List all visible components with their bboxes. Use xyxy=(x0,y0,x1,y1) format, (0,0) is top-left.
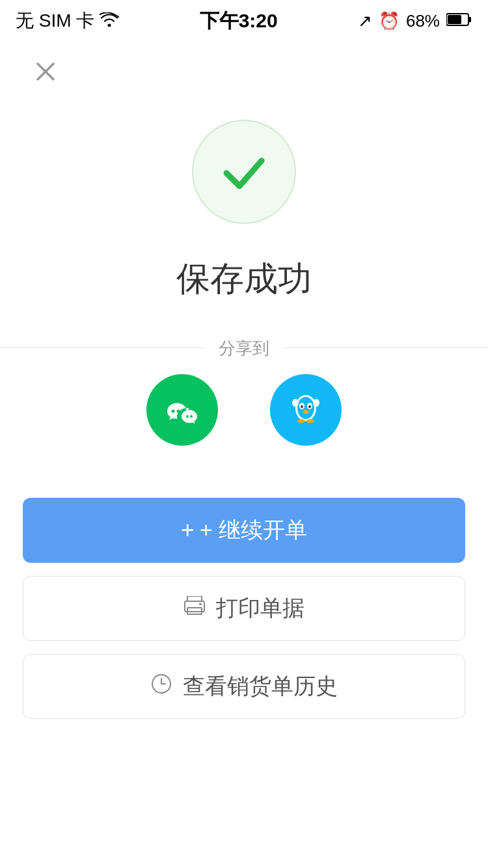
battery-text: 68% xyxy=(406,11,440,31)
plus-icon: + xyxy=(181,517,195,544)
battery-icon xyxy=(446,11,472,31)
success-title: 保存成功 xyxy=(176,256,312,302)
wifi-icon xyxy=(100,10,119,31)
share-section: 分享到 xyxy=(0,347,488,446)
share-icons xyxy=(0,374,488,446)
share-label-wrap: 分享到 xyxy=(206,336,282,359)
svg-point-9 xyxy=(190,415,193,418)
success-icon-circle xyxy=(192,120,296,224)
close-button[interactable] xyxy=(26,52,65,91)
location-icon: ↗ xyxy=(358,11,372,31)
history-icon xyxy=(150,673,172,700)
print-button[interactable]: 打印单据 xyxy=(23,576,465,641)
svg-point-8 xyxy=(186,415,189,418)
svg-point-14 xyxy=(301,405,303,408)
share-divider: 分享到 xyxy=(0,347,488,348)
print-label: 打印单据 xyxy=(216,593,305,623)
share-label: 分享到 xyxy=(219,338,269,357)
status-right: ↗ ⏰ 68% xyxy=(358,11,472,31)
continue-order-button[interactable]: + + 继续开单 xyxy=(23,498,465,563)
svg-rect-2 xyxy=(448,15,461,24)
svg-point-15 xyxy=(308,405,311,408)
history-button[interactable]: 查看销货单历史 xyxy=(23,654,465,719)
svg-point-19 xyxy=(292,399,299,407)
svg-rect-21 xyxy=(187,596,202,601)
sim-text: 无 SIM 卡 xyxy=(16,8,94,33)
svg-rect-24 xyxy=(199,603,202,605)
svg-rect-1 xyxy=(468,17,471,22)
svg-point-7 xyxy=(177,410,180,413)
qq-share-button[interactable] xyxy=(270,374,342,446)
wechat-share-button[interactable] xyxy=(146,374,218,446)
status-bar: 无 SIM 卡 下午3:20 ↗ ⏰ 68% xyxy=(0,0,488,42)
status-time: 下午3:20 xyxy=(200,8,278,34)
history-label: 查看销货单历史 xyxy=(183,671,338,701)
alarm-icon: ⏰ xyxy=(379,11,400,31)
continue-order-label: + 继续开单 xyxy=(200,515,307,545)
main-content: 保存成功 分享到 xyxy=(0,42,488,719)
svg-point-20 xyxy=(313,399,319,407)
svg-point-18 xyxy=(306,419,314,423)
print-icon xyxy=(183,596,206,621)
svg-point-16 xyxy=(303,410,309,414)
svg-point-6 xyxy=(172,410,175,413)
status-left: 无 SIM 卡 xyxy=(16,8,119,33)
action-buttons: + + 继续开单 打印单据 查看销货单历史 xyxy=(23,498,465,719)
svg-point-17 xyxy=(297,419,305,423)
